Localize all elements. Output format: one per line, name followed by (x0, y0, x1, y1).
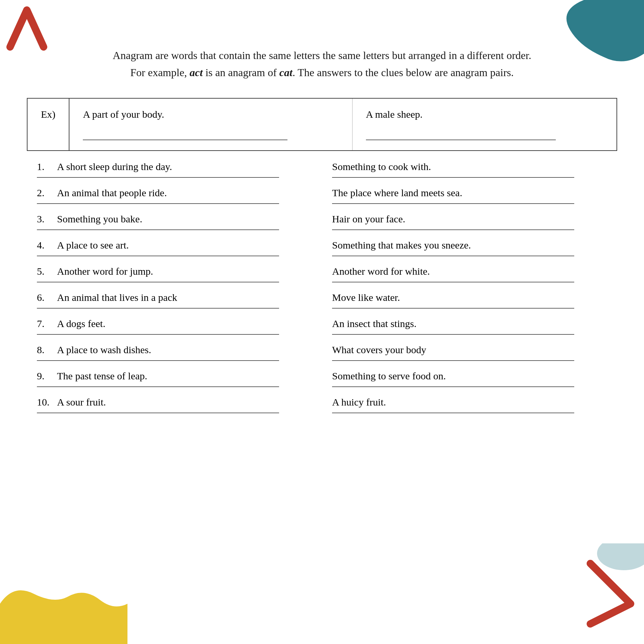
bottom-right-decoration (570, 543, 644, 644)
clue-left-10: 10. A sour fruit. (27, 396, 322, 416)
clue-left-text-10: A sour fruit. (57, 396, 106, 408)
clue-left-line-8 (37, 360, 279, 361)
example-label: Ex) (27, 98, 69, 151)
clue-right-line-6 (332, 308, 574, 309)
clue-left-line-1 (37, 177, 279, 178)
clue-right-line-5 (332, 282, 574, 282)
clue-right-10: A huicy fruit. (322, 396, 617, 416)
clue-left-text-7: A dogs feet. (57, 318, 105, 329)
clue-left-line-4 (37, 256, 279, 256)
clue-right-text-1: Something to cook with. (332, 161, 431, 172)
clue-right-text-4: Something that makes you sneeze. (332, 239, 471, 251)
italic-cat: cat (279, 66, 292, 78)
clue-left-line-3 (37, 229, 279, 230)
clue-row-4: 4. A place to see art. Something that ma… (27, 236, 617, 262)
clue-left-7: 7. A dogs feet. (27, 318, 322, 337)
clue-right-text-8: What covers your body (332, 344, 426, 356)
clue-number-3: 3. (37, 213, 54, 225)
clue-left-9: 9. The past tense of leap. (27, 370, 322, 390)
clue-right-line-7 (332, 334, 574, 335)
clue-right-text-7: An insect that stings. (332, 318, 417, 329)
clue-row-3: 3. Something you bake. Hair on your face… (27, 210, 617, 236)
intro-line2: For example, act is an anagram of cat. T… (130, 66, 514, 78)
bottom-left-decoration (0, 577, 127, 644)
clue-right-7: An insect that stings. (322, 318, 617, 337)
clue-right-line-8 (332, 360, 574, 361)
clue-row-8: 8. A place to wash dishes. What covers y… (27, 341, 617, 367)
clue-right-text-3: Hair on your face. (332, 213, 405, 225)
svg-point-0 (597, 543, 644, 570)
clue-left-line-5 (37, 282, 279, 282)
clue-right-1: Something to cook with. (322, 161, 617, 180)
clue-right-text-10: A huicy fruit. (332, 396, 386, 408)
clue-row-7: 7. A dogs feet. An insect that stings. (27, 315, 617, 341)
main-content: Anagram are words that contain the same … (0, 0, 644, 439)
clue-number-1: 1. (37, 161, 54, 172)
clue-row-5: 5. Another word for jump. Another word f… (27, 262, 617, 288)
clue-right-line-1 (332, 177, 574, 178)
clue-right-4: Something that makes you sneeze. (322, 239, 617, 259)
example-right-line (366, 127, 556, 140)
clue-number-4: 4. (37, 239, 54, 251)
italic-act: act (190, 66, 203, 78)
clue-number-7: 7. (37, 318, 54, 329)
clue-left-3: 3. Something you bake. (27, 213, 322, 233)
clue-right-line-2 (332, 203, 574, 204)
clue-left-text-3: Something you bake. (57, 213, 142, 225)
intro-paragraph: Anagram are words that contain the same … (27, 47, 617, 81)
clue-left-text-8: A place to wash dishes. (57, 344, 151, 356)
example-row: Ex) A part of your body. A male sheep. (27, 98, 617, 151)
clue-number-5: 5. (37, 266, 54, 277)
clue-left-line-9 (37, 386, 279, 387)
example-left-line (83, 127, 287, 140)
clue-left-4: 4. A place to see art. (27, 239, 322, 259)
clue-right-3: Hair on your face. (322, 213, 617, 233)
clue-number-9: 9. (37, 370, 54, 382)
example-left-cell: A part of your body. (69, 98, 352, 151)
clue-row-9: 9. The past tense of leap. Something to … (27, 367, 617, 393)
clue-row-1: 1. A short sleep during the day. Somethi… (27, 158, 617, 184)
clue-number-6: 6. (37, 292, 54, 303)
clue-left-line-2 (37, 203, 279, 204)
clue-right-line-10 (332, 413, 574, 413)
clue-left-line-10 (37, 413, 279, 413)
clue-right-text-2: The place where land meets sea. (332, 187, 462, 199)
clue-right-text-9: Something to serve food on. (332, 370, 446, 382)
example-table: Ex) A part of your body. A male sheep. (27, 98, 617, 151)
clue-left-5: 5. Another word for jump. (27, 266, 322, 285)
clue-row-10: 10. A sour fruit. A huicy fruit. (27, 393, 617, 419)
clue-right-9: Something to serve food on. (322, 370, 617, 390)
clue-number-10: 10. (37, 396, 54, 408)
clue-left-text-9: The past tense of leap. (57, 370, 147, 382)
example-left-clue: A part of your body. (83, 109, 338, 120)
clue-right-6: Move like water. (322, 292, 617, 311)
clue-right-5: Another word for white. (322, 266, 617, 285)
intro-line1: Anagram are words that contain the same … (113, 49, 531, 61)
clue-right-line-3 (332, 229, 574, 230)
clue-row-2: 2. An animal that people ride. The place… (27, 184, 617, 210)
clues-section: 1. A short sleep during the day. Somethi… (27, 158, 617, 419)
clue-number-2: 2. (37, 187, 54, 199)
clue-right-2: The place where land meets sea. (322, 187, 617, 207)
clue-left-8: 8. A place to wash dishes. (27, 344, 322, 364)
clue-right-text-6: Move like water. (332, 292, 400, 303)
clue-left-2: 2. An animal that people ride. (27, 187, 322, 207)
clue-number-8: 8. (37, 344, 54, 356)
clue-left-6: 6. An animal that lives in a pack (27, 292, 322, 311)
clue-right-line-9 (332, 386, 574, 387)
example-right-clue: A male sheep. (366, 109, 603, 120)
clue-row-6: 6. An animal that lives in a pack Move l… (27, 288, 617, 315)
clue-left-line-6 (37, 308, 279, 309)
clue-left-text-2: An animal that people ride. (57, 187, 167, 199)
clue-right-text-5: Another word for white. (332, 266, 430, 277)
clue-right-8: What covers your body (322, 344, 617, 364)
example-right-cell: A male sheep. (352, 98, 617, 151)
clue-left-text-1: A short sleep during the day. (57, 161, 172, 172)
clue-right-line-4 (332, 256, 574, 256)
clue-left-text-4: A place to see art. (57, 239, 129, 251)
clue-left-text-6: An animal that lives in a pack (57, 292, 177, 303)
clue-left-line-7 (37, 334, 279, 335)
clue-left-1: 1. A short sleep during the day. (27, 161, 322, 180)
clue-left-text-5: Another word for jump. (57, 266, 153, 277)
